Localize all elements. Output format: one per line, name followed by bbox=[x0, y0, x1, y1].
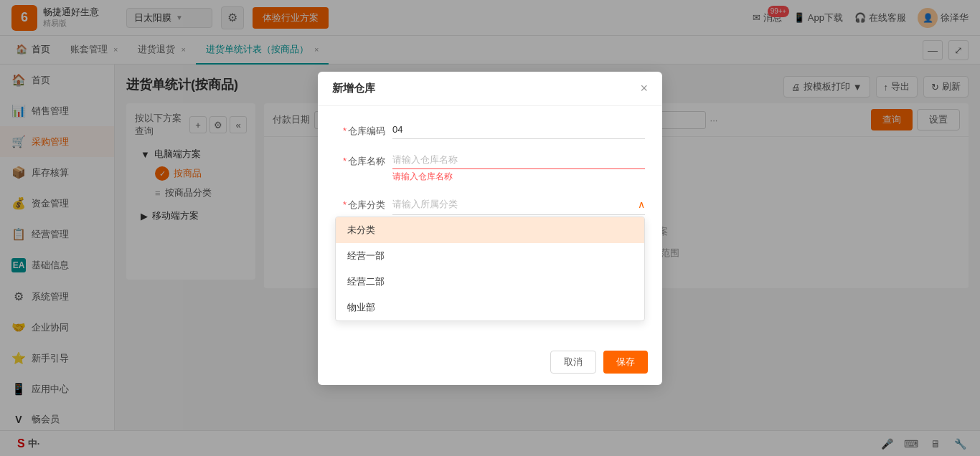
name-field: 仓库名称 请输入仓库名称 bbox=[335, 151, 645, 183]
category-selector[interactable]: 请输入所属分类 ∧ bbox=[392, 194, 645, 215]
category-option-dept1[interactable]: 经营一部 bbox=[336, 243, 644, 269]
category-option-dept2[interactable]: 经营二部 bbox=[336, 269, 644, 295]
modal-overlay: 新增仓库 × 仓库编码 仓库名称 请输入仓库名称 仓库分类 bbox=[0, 0, 980, 456]
modal-header: 新增仓库 × bbox=[318, 72, 662, 106]
category-label: 仓库分类 bbox=[335, 194, 392, 212]
cancel-button[interactable]: 取消 bbox=[550, 351, 596, 374]
category-dropdown: 未分类 经营一部 经营二部 物业部 bbox=[335, 217, 645, 321]
name-label: 仓库名称 bbox=[335, 151, 392, 168]
category-up-arrow-icon: ∧ bbox=[638, 199, 645, 210]
modal-body: 仓库编码 仓库名称 请输入仓库名称 仓库分类 请输入所属分类 bbox=[318, 106, 662, 343]
category-option-unclassified[interactable]: 未分类 bbox=[336, 217, 644, 243]
name-field-content: 请输入仓库名称 bbox=[392, 151, 645, 183]
category-field-content: 请输入所属分类 ∧ 未分类 经营一部 经营二部 物业部 bbox=[392, 194, 645, 215]
warehouse-name-input[interactable] bbox=[392, 151, 645, 169]
category-option-property[interactable]: 物业部 bbox=[336, 295, 644, 320]
code-label: 仓库编码 bbox=[335, 120, 392, 138]
save-button[interactable]: 保存 bbox=[603, 351, 648, 374]
warehouse-code-input[interactable] bbox=[392, 120, 645, 139]
new-warehouse-modal: 新增仓库 × 仓库编码 仓库名称 请输入仓库名称 仓库分类 bbox=[318, 72, 662, 385]
modal-close-icon[interactable]: × bbox=[640, 82, 648, 95]
modal-footer: 取消 保存 bbox=[318, 343, 662, 385]
name-error-msg: 请输入仓库名称 bbox=[392, 171, 645, 183]
modal-title: 新增仓库 bbox=[332, 82, 375, 95]
code-field: 仓库编码 bbox=[335, 120, 645, 139]
category-field: 仓库分类 请输入所属分类 ∧ 未分类 经营一部 经营二部 物业部 bbox=[335, 194, 645, 215]
code-field-content bbox=[392, 120, 645, 139]
category-placeholder: 请输入所属分类 bbox=[392, 198, 458, 211]
